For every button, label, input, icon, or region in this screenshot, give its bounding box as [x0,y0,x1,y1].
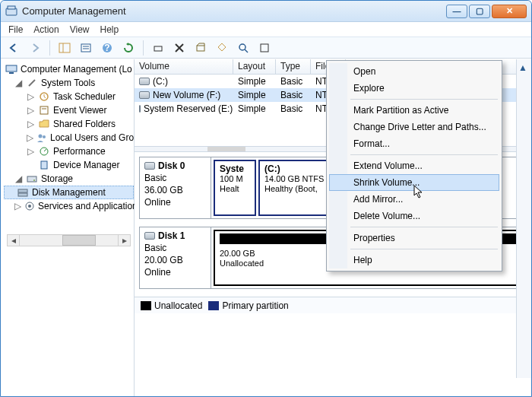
actions-pane-collapsed[interactable]: ▲ [516,59,531,378]
tree-storage[interactable]: ◢Storage [4,172,134,186]
close-button[interactable]: ✕ [492,5,527,18]
svg-rect-15 [9,72,14,74]
tree-local-users[interactable]: ▷Local Users and Gro [4,131,134,145]
computer-icon [5,63,17,75]
titlebar[interactable]: Computer Management — ▢ ✕ [1,1,531,22]
tree-device-manager[interactable]: Device Manager [4,158,134,172]
action5-icon[interactable] [235,40,252,56]
delete2-icon[interactable] [171,40,188,56]
drive-icon [139,78,150,85]
minimize-button[interactable]: — [446,5,467,18]
collapse-icon[interactable]: ◢ [14,78,23,88]
services-icon [24,200,35,212]
tree-disk-management[interactable]: Disk Management [4,186,134,199]
svg-rect-17 [40,106,48,114]
scroll-right-icon[interactable]: ▸ [118,235,130,246]
folder-share-icon [38,118,50,130]
menu-file[interactable]: File [8,24,23,35]
disk0-header: Disk 0 Basic 36.00 GB Online [140,157,211,218]
svg-rect-1 [8,6,15,9]
ctx-extend-volume[interactable]: Extend Volume... [329,157,499,174]
storage-icon [26,173,38,185]
action4-icon[interactable] [214,40,230,56]
menu-view[interactable]: View [70,24,90,35]
drive-icon [139,91,150,99]
col-type[interactable]: Type [276,59,311,74]
col-layout[interactable]: Layout [233,59,276,74]
tree-system-tools[interactable]: ◢System Tools [4,76,134,90]
action6-icon[interactable] [256,40,273,56]
svg-point-11 [239,44,245,50]
svg-point-24 [33,179,35,181]
svg-rect-13 [261,44,268,52]
svg-rect-23 [27,176,36,182]
expand-icon[interactable]: ▷ [27,146,35,157]
tree-performance[interactable]: ▷Performance [4,145,134,158]
menu-action[interactable]: Action [33,24,59,35]
toolbar: ? [1,37,531,59]
disk-icon [144,162,155,170]
svg-point-28 [28,205,31,208]
col-volume[interactable]: Volume [135,59,233,74]
svg-rect-14 [6,65,17,71]
disk0-partition-system-reserved[interactable]: Syste 100 M Healt [214,160,256,216]
clock-icon [38,91,50,103]
svg-rect-9 [154,46,162,51]
tree-nav: Computer Management (Lo ◢System Tools ▷T… [1,59,135,396]
svg-rect-4 [81,44,90,52]
ctx-help[interactable]: Help [329,252,499,268]
expand-icon[interactable]: ▷ [27,119,35,129]
tree-shared-folders[interactable]: ▷Shared Folders [4,117,134,131]
legend-swatch-unallocated [141,301,151,310]
svg-point-20 [43,135,46,138]
event-icon [38,104,50,116]
legend-swatch-primary [208,301,219,310]
chevron-up-icon[interactable]: ▲ [518,62,527,73]
app-icon [5,5,17,17]
ctx-mark-active[interactable]: Mark Partition as Active [329,102,499,119]
disk-mgmt-icon [17,186,29,198]
ctx-format[interactable]: Format... [329,135,499,152]
tree-task-scheduler[interactable]: ▷Task Scheduler [4,90,134,103]
collapse-icon[interactable]: ◢ [14,173,23,184]
menu-help[interactable]: Help [100,24,119,35]
back-button[interactable] [5,40,22,56]
tree-services[interactable]: ▷Services and Application [4,199,134,213]
properties-icon[interactable] [78,40,94,56]
maximize-button[interactable]: ▢ [469,5,490,18]
context-menu: Open Explore Mark Partition as Active Ch… [326,60,502,272]
action1-icon[interactable] [150,40,166,56]
ctx-open[interactable]: Open [329,63,499,80]
ctx-separator [350,99,498,100]
forward-button[interactable] [27,40,43,56]
ctx-change-drive-letter[interactable]: Change Drive Letter and Paths... [329,119,499,135]
scroll-thumb[interactable] [62,235,96,246]
help-icon[interactable]: ? [99,40,116,56]
svg-rect-22 [41,161,47,169]
ctx-explore[interactable]: Explore [329,80,499,97]
show-hide-tree-icon[interactable] [56,40,73,56]
svg-rect-2 [59,43,70,52]
disk1-header: Disk 1 Basic 20.00 GB Online [140,227,211,288]
tree-scrollbar-horizontal[interactable]: ◂ ▸ [7,234,131,246]
refresh-icon[interactable] [120,40,137,56]
action3-icon[interactable] [192,40,209,56]
perf-icon [38,145,50,157]
expand-icon[interactable]: ▷ [27,91,35,102]
tree-event-viewer[interactable]: ▷Event Viewer [4,103,134,117]
svg-line-12 [245,49,248,52]
ctx-delete-volume[interactable]: Delete Volume... [329,208,499,224]
expand-icon[interactable]: ▷ [27,105,35,116]
expand-icon[interactable]: ▷ [27,132,33,143]
ctx-shrink-volume[interactable]: Shrink Volume... [329,174,499,191]
svg-point-19 [39,135,43,138]
ctx-add-mirror[interactable]: Add Mirror... [329,191,499,208]
scroll-left-icon[interactable]: ◂ [8,235,20,246]
ctx-properties[interactable]: Properties [329,230,499,246]
expand-icon[interactable]: ▷ [14,201,21,211]
drive-icon [139,105,141,113]
legend: Unallocated Primary partition [135,297,531,313]
svg-text:?: ? [104,43,109,53]
tree-root[interactable]: Computer Management (Lo [4,62,134,76]
window-title: Computer Management [22,5,446,17]
